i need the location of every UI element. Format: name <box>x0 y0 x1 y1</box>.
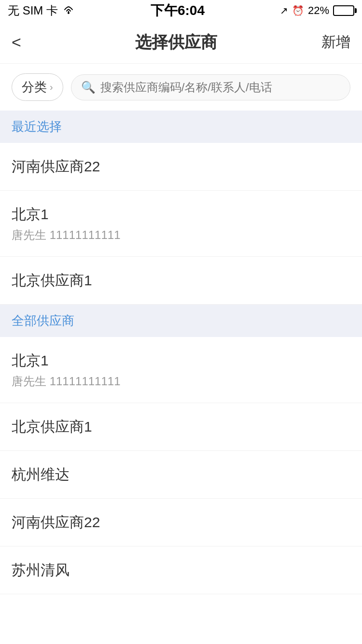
all-list: 北京1唐先生 11111111111北京供应商1杭州维达河南供应商22苏州清风 <box>0 337 362 594</box>
page-title: 选择供应商 <box>135 31 217 54</box>
list-item[interactable]: 北京1唐先生 11111111111 <box>0 337 362 403</box>
item-name: 北京供应商1 <box>12 270 350 291</box>
status-time: 下午6:04 <box>151 1 205 20</box>
list-item[interactable]: 河南供应商22 <box>0 143 362 191</box>
alarm-icon: ⏰ <box>292 5 304 16</box>
add-button[interactable]: 新增 <box>312 32 350 52</box>
list-item[interactable]: 北京供应商1 <box>0 403 362 451</box>
sim-label: 无 SIM 卡 <box>8 3 58 18</box>
all-section-header: 全部供应商 <box>0 305 362 337</box>
status-right: ↗ ⏰ 22% <box>280 4 354 17</box>
item-sub: 唐先生 11111111111 <box>12 374 350 389</box>
recent-list: 河南供应商22北京1唐先生 11111111111北京供应商1 <box>0 143 362 305</box>
filter-bar: 分类 › 🔍 <box>0 64 362 111</box>
item-name: 苏州清风 <box>12 560 350 580</box>
nav-bar: < 选择供应商 新增 <box>0 21 362 64</box>
location-icon: ↗ <box>280 5 288 16</box>
list-item[interactable]: 北京1唐先生 11111111111 <box>0 191 362 257</box>
category-filter[interactable]: 分类 › <box>12 73 63 101</box>
search-box[interactable]: 🔍 <box>71 74 350 100</box>
status-left: 无 SIM 卡 <box>8 3 75 18</box>
search-input[interactable] <box>100 81 340 94</box>
recent-section-header: 最近选择 <box>0 111 362 143</box>
item-sub: 唐先生 11111111111 <box>12 227 350 243</box>
list-item[interactable]: 杭州维达 <box>0 451 362 499</box>
item-name: 河南供应商22 <box>12 156 350 177</box>
svg-point-0 <box>68 12 70 14</box>
item-name: 北京1 <box>12 204 350 224</box>
item-name: 河南供应商22 <box>12 512 350 532</box>
list-item[interactable]: 北京供应商1 <box>0 257 362 305</box>
back-button[interactable]: < <box>12 33 41 52</box>
wifi-icon <box>62 6 75 15</box>
item-name: 北京1 <box>12 350 350 371</box>
list-item[interactable]: 河南供应商22 <box>0 499 362 546</box>
category-label: 分类 <box>22 79 47 96</box>
item-name: 北京供应商1 <box>12 417 350 437</box>
battery-percent: 22% <box>308 4 329 17</box>
chevron-right-icon: › <box>50 82 53 93</box>
search-icon: 🔍 <box>81 81 96 94</box>
battery-icon <box>333 5 354 16</box>
item-name: 杭州维达 <box>12 464 350 485</box>
status-bar: 无 SIM 卡 下午6:04 ↗ ⏰ 22% <box>0 0 362 21</box>
list-item[interactable]: 苏州清风 <box>0 546 362 594</box>
